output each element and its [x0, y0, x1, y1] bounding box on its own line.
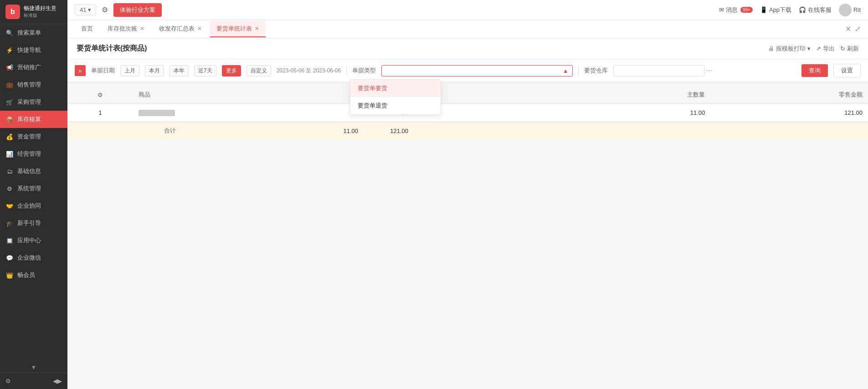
date-range-display: 2023-05-06 至 2023-06-06 [277, 67, 341, 75]
trial-button[interactable]: 体验行业方案 [113, 3, 162, 17]
sidebar-item-sales[interactable]: 💼 销售管理 [0, 76, 67, 93]
type-select-caret: ▲ [563, 67, 569, 74]
last-month-btn[interactable]: 上月 [120, 65, 139, 77]
topbar-gear-icon[interactable]: ⚙ [102, 5, 108, 14]
message-button[interactable]: ✉ 消息 99+ [719, 6, 753, 14]
sidebar-item-enterprise[interactable]: 🤝 企业协同 [0, 197, 67, 215]
sidebar-item-quicknav[interactable]: ⚡ 快捷导航 [0, 41, 67, 59]
headset-icon: 🎧 [799, 6, 806, 13]
sidebar-footer: ⚙ ◀▶ [0, 373, 67, 389]
tab-recv-send[interactable]: 收发存汇总表 ✕ [153, 21, 208, 37]
footer-amount: 121.00 [372, 128, 408, 134]
last-7-days-btn[interactable]: 近7天 [194, 65, 216, 77]
query-button[interactable]: 查询 [801, 64, 828, 77]
tab-expand-button[interactable]: ⤢ [855, 25, 861, 33]
message-icon: ✉ [719, 6, 724, 13]
sidebar-item-purchase[interactable]: 🛒 采购管理 [0, 93, 67, 111]
sidebar-item-basic[interactable]: 🗂 基础信息 [0, 163, 67, 180]
tab-close-order-stats[interactable]: ✕ [255, 26, 259, 32]
phone-icon: 📱 [760, 6, 767, 13]
blurred-goods-name [139, 110, 175, 116]
topbar-right: ✉ 消息 99+ 📱 App下载 🎧 在线客服 Rit [719, 4, 861, 16]
sidebar-item-marketing[interactable]: 📢 营销推广 [0, 59, 67, 76]
tab-close-all-button[interactable]: ✕ [845, 25, 851, 33]
footer-label: 合计 [73, 127, 176, 135]
wechat-icon: 💬 [5, 254, 14, 262]
sidebar-item-appstore[interactable]: 🔲 应用中心 [0, 232, 67, 249]
sidebar-item-operation[interactable]: 📊 经营管理 [0, 145, 67, 163]
export-icon: ↗ [816, 45, 821, 52]
user-avatar[interactable]: Rit [839, 4, 861, 16]
this-year-btn[interactable]: 本年 [169, 65, 189, 77]
warehouse-more-icon[interactable]: ··· [706, 67, 712, 75]
warehouse-select[interactable] [613, 65, 704, 77]
page-header: 要货单统计表(按商品) 🖨 按模板打印 ▾ ↗ 导出 ↻ 刷新 [67, 38, 868, 59]
appstore-icon: 🔲 [5, 236, 14, 245]
inventory-icon: 📦 [5, 115, 14, 123]
custom-date-btn[interactable]: 自定义 [247, 65, 271, 77]
online-service-button[interactable]: 🎧 在线客服 [799, 6, 832, 14]
tab-inventory-batch[interactable]: 库存批次账 ✕ [101, 21, 151, 37]
store-selector[interactable]: 41 ▾ [75, 4, 96, 15]
sidebar-item-search[interactable]: 🔍 搜索菜单 [0, 24, 67, 41]
type-select[interactable]: ▲ [381, 65, 572, 77]
cell-no: 1 [67, 104, 133, 122]
footer-qty: 11.00 [322, 128, 358, 134]
warehouse-label: 要货仓库 [584, 67, 608, 75]
sidebar-item-system[interactable]: ⚙ 系统管理 [0, 180, 67, 197]
page-header-actions: 🖨 按模板打印 ▾ ↗ 导出 ↻ 刷新 [768, 45, 859, 53]
operation-icon: 📊 [5, 150, 14, 158]
app-logo-icon: b [5, 5, 20, 19]
dropdown-item-order[interactable]: 要货单要货 [350, 80, 441, 97]
tab-home[interactable]: 首页 [75, 21, 99, 37]
sidebar-item-inventory[interactable]: 📦 库存核算 [0, 111, 67, 128]
tab-close-inventory-batch[interactable]: ✕ [140, 26, 144, 32]
data-table: ⚙ 商品 主计量单位 主数量 零售金额 1 [67, 86, 868, 122]
page-content: 要货单统计表(按商品) 🖨 按模板打印 ▾ ↗ 导出 ↻ 刷新 » [67, 38, 868, 389]
enterprise-icon: 🤝 [5, 202, 14, 210]
set-button[interactable]: 设置 [833, 64, 861, 77]
more-dates-btn[interactable]: 更多 [222, 65, 241, 77]
avatar-image [839, 4, 852, 16]
refresh-button[interactable]: ↻ 刷新 [840, 45, 859, 53]
vip-icon: 👑 [5, 271, 14, 279]
sidebar: b 畅捷通好生意 标准版 🔍 搜索菜单 ⚡ 快捷导航 📢 营销推广 💼 销售管理… [0, 0, 67, 389]
basic-icon: 🗂 [5, 167, 14, 175]
sidebar-item-wechat[interactable]: 💬 企业微信 [0, 249, 67, 266]
date-label: 单据日期 [91, 67, 115, 75]
tab-close-recv-send[interactable]: ✕ [197, 26, 202, 32]
gear-icon[interactable]: ⚙ [98, 92, 103, 98]
dropdown-item-return[interactable]: 要货单退货 [350, 97, 441, 114]
type-label: 单据类型 [352, 67, 376, 75]
cell-amount: 121.00 [710, 104, 868, 122]
app-logo-text: 畅捷通好生意 标准版 [24, 5, 56, 19]
sidebar-item-vip[interactable]: 👑 畅会员 [0, 266, 67, 284]
table-header-row: ⚙ 商品 主计量单位 主数量 零售金额 [67, 86, 868, 104]
cell-qty: 11.00 [553, 104, 711, 122]
this-month-btn[interactable]: 本月 [145, 65, 164, 77]
main-area: 41 ▾ ⚙ 体验行业方案 ✉ 消息 99+ 📱 App下载 🎧 在线客服 R [67, 0, 868, 389]
table-footer: 合计 11.00 121.00 [67, 122, 868, 139]
export-button[interactable]: ↗ 导出 [816, 45, 835, 53]
sidebar-scroll-down[interactable]: ▼ [0, 362, 67, 373]
app-download-button[interactable]: 📱 App下载 [760, 6, 791, 14]
topbar-left: 41 ▾ ⚙ 体验行业方案 [75, 3, 162, 17]
col-header-amount: 零售金额 [710, 86, 868, 104]
sales-icon: 💼 [5, 81, 14, 89]
type-select-value [385, 67, 387, 74]
table-row: 1 块 11.00 121.00 [67, 104, 868, 122]
chevron-down-icon: ▾ [88, 6, 91, 13]
filter-divider-2 [578, 66, 579, 75]
filter-expand-button[interactable]: » [75, 65, 86, 76]
col-header-no: ⚙ [67, 86, 133, 104]
sidebar-collapse-button[interactable]: ◀▶ [53, 378, 62, 384]
sidebar-settings-button[interactable]: ⚙ [5, 378, 11, 384]
sidebar-item-finance[interactable]: 💰 资金管理 [0, 128, 67, 145]
tabs-right-actions: ✕ ⤢ [845, 25, 861, 33]
refresh-icon: ↻ [840, 45, 845, 52]
sidebar-item-guide[interactable]: 🎓 新手引导 [0, 215, 67, 232]
print-button[interactable]: 🖨 按模板打印 ▾ [768, 45, 811, 53]
tabs-bar: 首页 库存批次账 ✕ 收发存汇总表 ✕ 要货单统计表 ✕ ✕ ⤢ [67, 20, 868, 38]
filter-bar: » 单据日期 上月 本月 本年 近7天 更多 自定义 2023-05-06 至 … [67, 59, 868, 82]
tab-order-stats[interactable]: 要货单统计表 ✕ [210, 21, 266, 37]
